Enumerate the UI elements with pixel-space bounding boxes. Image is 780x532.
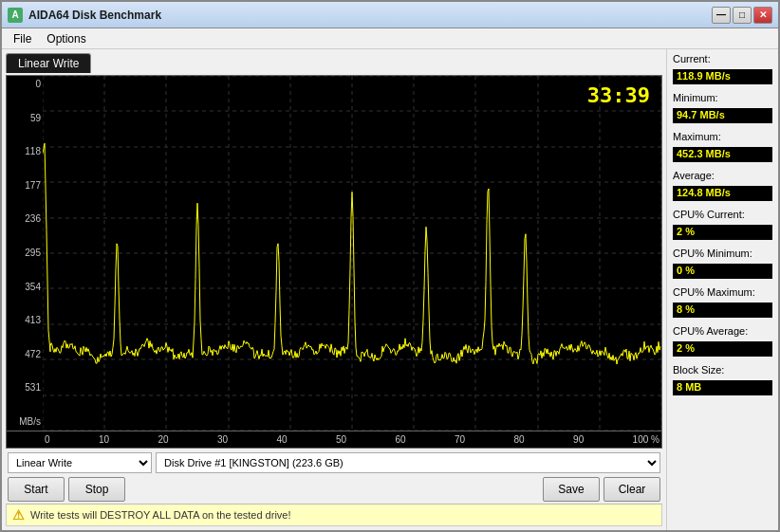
minimize-button[interactable]: — [712,7,731,24]
y-label-118: 118 [9,147,41,156]
window-title: AIDA64 Disk Benchmark [28,9,712,22]
average-value: 124.8 MB/s [673,186,772,201]
cpu-average-label: CPU% Average: [673,325,772,337]
y-label-59: 59 [9,114,41,123]
x-axis: 0 10 20 30 40 50 60 70 80 90 100 % [6,431,662,449]
chart-canvas-container: 33:39 [43,76,661,431]
drive-select[interactable]: Disk Drive #1 [KINGSTON] (223.6 GB) [156,452,660,473]
y-label-531: 531 [9,383,41,393]
tab-linear-write[interactable]: Linear Write [6,53,91,73]
controls-row-2: Start Stop Save Clear [8,477,660,502]
clear-button[interactable]: Clear [604,477,660,502]
warning-icon: ⚠ [12,507,25,523]
block-size-label: Block Size: [673,364,772,376]
warning-text: Write tests will DESTROY ALL DATA on the… [30,509,291,521]
benchmark-select[interactable]: Linear Write Linear Read Random Read Ran… [8,452,152,473]
maximum-label: Maximum: [673,131,772,142]
y-label-295: 295 [9,248,41,258]
left-panel: Linear Write MB/s 531 472 413 354 295 23… [2,49,666,530]
cpu-current-label: CPU% Current: [673,209,772,220]
minimum-value: 94.7 MB/s [673,108,772,123]
menu-file[interactable]: File [6,30,39,47]
tab-bar: Linear Write [6,53,662,73]
y-label-413: 413 [9,316,41,325]
cpu-average-value: 2 % [673,341,772,357]
x-label-70: 70 [455,434,465,445]
window-controls: — □ ✕ [712,7,772,24]
cpu-minimum-label: CPU% Minimum: [673,248,772,259]
close-button[interactable]: ✕ [753,7,772,24]
cpu-current-value: 2 % [673,225,772,240]
average-label: Average: [673,170,772,181]
minimum-label: Minimum: [673,92,772,103]
start-button[interactable]: Start [8,477,65,502]
x-label-30: 30 [217,434,228,445]
y-label-177: 177 [9,181,41,191]
x-label-40: 40 [277,434,288,445]
chart-area: MB/s 531 472 413 354 295 236 177 118 59 … [6,75,662,431]
x-label-80: 80 [514,434,525,445]
y-axis: MB/s 531 472 413 354 295 236 177 118 59 … [7,76,43,431]
x-label-10: 10 [99,434,109,445]
y-label-0: 0 [9,80,41,89]
current-label: Current: [673,53,772,64]
save-button[interactable]: Save [543,477,600,502]
app-icon: A [8,8,23,23]
menu-bar: File Options [2,28,778,49]
y-label-236: 236 [9,214,41,224]
bottom-controls: Linear Write Linear Read Random Read Ran… [6,449,662,504]
cpu-maximum-value: 8 % [673,303,772,318]
block-size-value: 8 MB [673,380,772,395]
title-bar: A AIDA64 Disk Benchmark — □ ✕ [2,2,778,28]
menu-options[interactable]: Options [39,30,93,47]
main-content: Linear Write MB/s 531 472 413 354 295 23… [2,49,778,530]
maximum-value: 452.3 MB/s [673,147,772,162]
x-axis-labels: 0 10 20 30 40 50 60 70 80 90 100 % [43,431,661,448]
x-label-50: 50 [336,434,346,445]
cpu-minimum-value: 0 % [673,264,772,279]
x-label-60: 60 [396,434,406,445]
controls-row-1: Linear Write Linear Read Random Read Ran… [8,452,660,473]
x-label-100: 100 % [633,434,659,445]
main-window: A AIDA64 Disk Benchmark — □ ✕ File Optio… [0,0,780,532]
chart-canvas [43,76,661,431]
x-label-90: 90 [573,434,584,445]
cpu-maximum-label: CPU% Maximum: [673,286,772,298]
x-label-0: 0 [45,434,50,445]
right-panel: Current: 118.9 MB/s Minimum: 94.7 MB/s M… [666,49,778,530]
maximize-button[interactable]: □ [733,7,752,24]
y-label-354: 354 [9,283,41,292]
warning-bar: ⚠ Write tests will DESTROY ALL DATA on t… [6,504,662,526]
y-label-mb: MB/s [9,417,41,427]
stop-button[interactable]: Stop [68,477,125,502]
y-label-472: 472 [9,350,41,359]
x-label-20: 20 [158,434,168,445]
current-value: 118.9 MB/s [673,69,772,84]
